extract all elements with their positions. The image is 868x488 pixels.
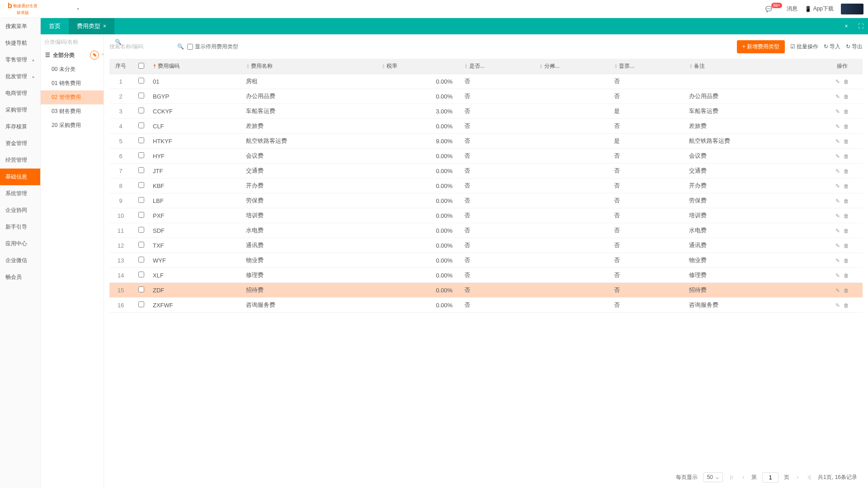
- last-page-button[interactable]: ›|: [806, 473, 812, 481]
- page-input[interactable]: [762, 472, 778, 483]
- select-all-checkbox[interactable]: [138, 63, 144, 69]
- row-checkbox[interactable]: [138, 137, 144, 143]
- messages-button[interactable]: 💬 99+ 消息: [765, 5, 797, 13]
- sidebar-item-2[interactable]: 零售管理▸: [0, 52, 40, 68]
- col-checkbox[interactable]: [132, 59, 150, 74]
- row-checkbox[interactable]: [138, 122, 144, 128]
- show-disabled-input[interactable]: [187, 44, 193, 50]
- table-row[interactable]: 4CLF差旅费0.00%否否差旅费✎🗑: [109, 119, 863, 134]
- row-checkbox[interactable]: [138, 152, 144, 158]
- sidebar-item-13[interactable]: 应用中心: [0, 235, 40, 252]
- row-checkbox[interactable]: [138, 212, 144, 218]
- delete-icon[interactable]: 🗑: [844, 153, 849, 160]
- edit-icon[interactable]: ✎: [835, 153, 840, 160]
- row-checkbox[interactable]: [138, 242, 144, 248]
- batch-action-button[interactable]: ☑ 批量操作: [790, 43, 818, 51]
- delete-icon[interactable]: 🗑: [844, 138, 849, 145]
- edit-icon[interactable]: ✎: [835, 198, 840, 204]
- tab-expense-type[interactable]: 费用类型 ×: [69, 18, 114, 34]
- col-name[interactable]: ▲▼费用名称: [243, 59, 379, 74]
- table-row[interactable]: 3CCKYF车船客运费3.00%否是车船客运费✎🗑: [109, 104, 863, 119]
- sidebar-item-4[interactable]: 电商管理: [0, 85, 40, 102]
- delete-icon[interactable]: 🗑: [844, 79, 849, 85]
- import-button[interactable]: ↻ 导入: [824, 43, 840, 51]
- delete-icon[interactable]: 🗑: [844, 108, 849, 115]
- row-checkbox[interactable]: [138, 182, 144, 188]
- table-row[interactable]: 101房租0.00%否否✎🗑: [109, 74, 863, 89]
- row-checkbox[interactable]: [138, 167, 144, 173]
- table-row[interactable]: 15ZDF招待费0.00%否否招待费✎🗑: [109, 283, 863, 298]
- edit-icon[interactable]: ✎: [835, 79, 840, 85]
- edit-icon[interactable]: ✎: [835, 94, 840, 100]
- row-checkbox[interactable]: [138, 272, 144, 277]
- prev-page-button[interactable]: ‹: [741, 473, 746, 481]
- col-isx[interactable]: ▲▼是否...: [462, 59, 537, 74]
- delete-icon[interactable]: 🗑: [844, 198, 849, 204]
- category-item-2[interactable]: 02 管理费用: [41, 90, 104, 104]
- delete-icon[interactable]: 🗑: [844, 287, 849, 294]
- sidebar-item-10[interactable]: 系统管理: [0, 185, 40, 202]
- sidebar-item-1[interactable]: 快捷导航: [0, 35, 40, 52]
- delete-icon[interactable]: 🗑: [844, 213, 849, 219]
- edit-icon[interactable]: ✎: [835, 258, 840, 264]
- sidebar-item-3[interactable]: 批发管理▸: [0, 68, 40, 85]
- delete-icon[interactable]: 🗑: [844, 243, 849, 249]
- sidebar-item-15[interactable]: 畅会员: [0, 269, 40, 286]
- category-item-1[interactable]: 01 销售费用: [41, 76, 104, 90]
- row-checkbox[interactable]: [138, 197, 144, 203]
- row-checkbox[interactable]: [138, 286, 144, 292]
- row-checkbox[interactable]: [138, 108, 144, 113]
- category-search-input[interactable]: [44, 39, 112, 45]
- table-row[interactable]: 11SDF水电费0.00%否否水电费✎🗑: [109, 223, 863, 238]
- sidebar-item-6[interactable]: 库存核算: [0, 118, 40, 135]
- edit-icon[interactable]: ✎: [835, 302, 840, 309]
- next-page-button[interactable]: ›: [795, 473, 800, 481]
- edit-icon[interactable]: ✎: [835, 168, 840, 174]
- edit-icon[interactable]: ✎: [835, 183, 840, 189]
- table-row[interactable]: 7JTF交通费0.00%否否交通费✎🗑: [109, 164, 863, 178]
- table-row[interactable]: 5HTKYF航空铁路客运费9.00%否是航空铁路客运费✎🗑: [109, 134, 863, 149]
- search-icon[interactable]: 🔍: [177, 43, 184, 50]
- delete-icon[interactable]: 🗑: [844, 183, 849, 189]
- delete-icon[interactable]: 🗑: [844, 302, 849, 309]
- row-checkbox[interactable]: [138, 78, 144, 84]
- sidebar-item-8[interactable]: 经营管理: [0, 152, 40, 169]
- category-item-4[interactable]: 20 采购费用: [41, 118, 104, 132]
- edit-icon[interactable]: ✎: [835, 287, 840, 294]
- delete-icon[interactable]: 🗑: [844, 272, 849, 279]
- show-disabled-checkbox[interactable]: 显示停用费用类型: [187, 43, 238, 51]
- edit-icon[interactable]: ✎: [835, 228, 840, 234]
- export-button[interactable]: ↻ 导出: [846, 43, 863, 51]
- delete-icon[interactable]: 🗑: [844, 94, 849, 100]
- col-rate[interactable]: ▲▼税率: [379, 59, 462, 74]
- org-dropdown-caret[interactable]: ▾: [77, 6, 79, 11]
- close-icon[interactable]: ×: [103, 23, 106, 29]
- edit-icon[interactable]: ✎: [835, 123, 840, 130]
- category-all[interactable]: ☰ 全部分类 ✎: [41, 48, 104, 62]
- add-expense-type-button[interactable]: + 新增费用类型: [737, 40, 785, 53]
- row-checkbox[interactable]: [138, 257, 144, 263]
- col-general[interactable]: ▲▼普票...: [611, 59, 686, 74]
- table-row[interactable]: 12TXF通讯费0.00%否否通讯费✎🗑: [109, 238, 863, 253]
- app-download-button[interactable]: 📱 App下载: [805, 5, 834, 13]
- delete-icon[interactable]: 🗑: [844, 228, 849, 234]
- table-row[interactable]: 14XLF修理费0.00%否否修理费✎🗑: [109, 268, 863, 283]
- sidebar-item-12[interactable]: 新手引导: [0, 219, 40, 235]
- table-row[interactable]: 13WYF物业费0.00%否否物业费✎🗑: [109, 253, 863, 268]
- avatar[interactable]: [841, 4, 863, 14]
- delete-icon[interactable]: 🗑: [844, 168, 849, 174]
- row-checkbox[interactable]: [138, 227, 144, 233]
- col-seq[interactable]: 序号: [109, 59, 132, 74]
- fullscreen-button[interactable]: ⛶: [854, 18, 868, 34]
- table-row[interactable]: 9LBF劳保费0.00%否否劳保费✎🗑: [109, 193, 863, 208]
- sidebar-item-9[interactable]: 基础信息: [0, 169, 40, 185]
- category-item-3[interactable]: 03 财务费用: [41, 104, 104, 118]
- row-checkbox[interactable]: [138, 93, 144, 99]
- table-row[interactable]: 6HYF会议费0.00%否否会议费✎🗑: [109, 149, 863, 164]
- close-all-button[interactable]: ×: [839, 18, 854, 34]
- sidebar-item-0[interactable]: 搜索菜单: [0, 18, 40, 35]
- table-row[interactable]: 2BGYP办公用品费0.00%否否办公用品费✎🗑: [109, 89, 863, 104]
- sidebar-item-7[interactable]: 资金管理: [0, 135, 40, 152]
- sidebar-item-5[interactable]: 采购管理: [0, 102, 40, 118]
- tab-home[interactable]: 首页: [41, 18, 69, 34]
